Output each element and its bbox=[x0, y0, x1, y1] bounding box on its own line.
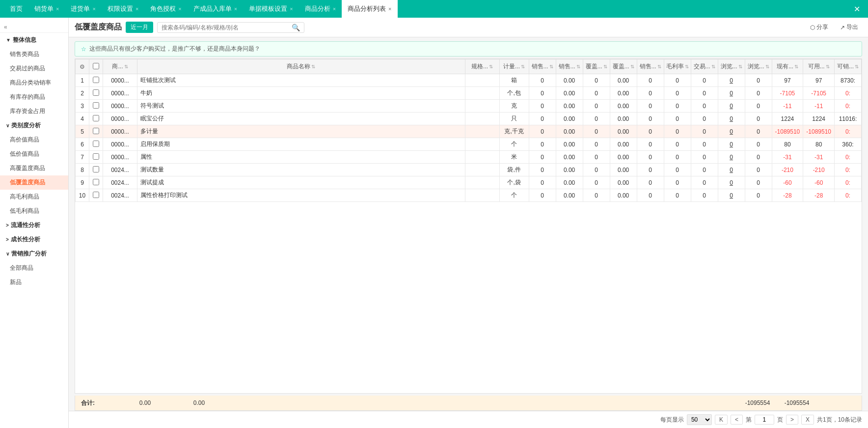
search-input[interactable] bbox=[162, 24, 292, 31]
row-checkbox[interactable] bbox=[93, 166, 99, 172]
cell-check[interactable] bbox=[89, 164, 103, 176]
cell-b1[interactable]: 0 bbox=[718, 138, 745, 151]
nav-permission-close[interactable]: × bbox=[136, 6, 138, 12]
sidebar-item-high-margin[interactable]: 高毛利商品 bbox=[0, 190, 68, 204]
row-checkbox[interactable] bbox=[93, 102, 99, 109]
row-checkbox[interactable] bbox=[93, 153, 99, 160]
row-checkbox[interactable] bbox=[93, 77, 99, 83]
cell-c2: 0.00 bbox=[610, 113, 637, 125]
cell-check[interactable] bbox=[89, 100, 103, 113]
cell-b1[interactable]: 0 bbox=[718, 100, 745, 113]
cell-unit: 个,包 bbox=[499, 87, 529, 100]
sidebar-item-category-rate[interactable]: 商品分类动销率 bbox=[0, 76, 68, 90]
prev-page-button[interactable]: < bbox=[731, 415, 743, 425]
sidebar-item-new-goods[interactable]: 新品 bbox=[0, 275, 68, 289]
select-all-checkbox[interactable] bbox=[93, 63, 99, 69]
cell-b1[interactable]: 0 bbox=[718, 164, 745, 176]
cell-check[interactable] bbox=[89, 151, 103, 164]
nav-analysis[interactable]: 商品分析 × bbox=[299, 0, 342, 18]
cell-check[interactable] bbox=[89, 125, 103, 138]
nav-analysis-list-close[interactable]: × bbox=[388, 6, 391, 12]
sidebar-group-circulation[interactable]: > 流通性分析 bbox=[0, 218, 68, 232]
cell-s3: 0 bbox=[637, 74, 664, 87]
sidebar-item-all-goods[interactable]: 全部商品 bbox=[0, 261, 68, 275]
sidebar-group-growth[interactable]: > 成长性分析 bbox=[0, 232, 68, 247]
cell-b1[interactable]: 0 bbox=[718, 151, 745, 164]
nav-template[interactable]: 单据模板设置 × bbox=[243, 0, 298, 18]
sidebar-item-sales-goods[interactable]: 销售类商品 bbox=[0, 47, 68, 61]
cell-check[interactable] bbox=[89, 87, 103, 100]
cell-s1: 0 bbox=[529, 164, 556, 176]
nav-product-in-close[interactable]: × bbox=[234, 6, 237, 12]
window-close-button[interactable]: ✕ bbox=[850, 4, 864, 14]
first-page-button[interactable]: K bbox=[715, 415, 728, 425]
search-icon[interactable]: 🔍 bbox=[292, 24, 300, 31]
row-checkbox[interactable] bbox=[93, 89, 99, 96]
cell-check[interactable] bbox=[89, 138, 103, 151]
nav-home[interactable]: 首页 bbox=[4, 0, 28, 18]
nav-template-close[interactable]: × bbox=[290, 6, 293, 12]
nav-product-in[interactable]: 产成品入库单 × bbox=[188, 0, 243, 18]
cell-b1[interactable]: 0 bbox=[718, 176, 745, 189]
cell-trade: 0 bbox=[691, 176, 718, 189]
share-button[interactable]: ⬡ 分享 bbox=[806, 22, 832, 33]
nav-analysis-close[interactable]: × bbox=[333, 6, 336, 12]
cell-check[interactable] bbox=[89, 74, 103, 87]
cell-trade: 0 bbox=[691, 189, 718, 202]
cell-trade: 0 bbox=[691, 125, 718, 138]
cell-b1[interactable]: 0 bbox=[718, 125, 745, 138]
cell-check[interactable] bbox=[89, 189, 103, 202]
page-number-input[interactable] bbox=[755, 415, 774, 425]
nav-analysis-list[interactable]: 商品分析列表 × bbox=[342, 0, 397, 18]
sidebar-item-high-value[interactable]: 高价值商品 bbox=[0, 133, 68, 147]
nav-purchase-close[interactable]: × bbox=[92, 6, 95, 12]
cell-gross: 0 bbox=[664, 125, 691, 138]
row-checkbox[interactable] bbox=[93, 115, 99, 121]
cell-sellable: 0: bbox=[835, 151, 862, 164]
row-checkbox[interactable] bbox=[93, 192, 99, 198]
settings-icon[interactable]: ⚙ bbox=[80, 63, 85, 70]
sidebar-item-stock-capital[interactable]: 库存资金占用 bbox=[0, 104, 68, 118]
nav-permission[interactable]: 权限设置 × bbox=[102, 0, 144, 18]
cell-no: 2 bbox=[76, 87, 89, 100]
cell-code: 0024... bbox=[103, 189, 137, 202]
sidebar-item-low-coverage[interactable]: 低覆盖度商品 bbox=[0, 175, 68, 190]
sidebar-collapse-icon[interactable]: « bbox=[4, 24, 7, 30]
sidebar-group-category[interactable]: ∨ 类别度分析 bbox=[0, 118, 68, 133]
nav-role[interactable]: 角色授权 × bbox=[144, 0, 187, 18]
nav-purchase[interactable]: 进货单 × bbox=[65, 0, 101, 18]
sidebar-item-low-value[interactable]: 低价值商品 bbox=[0, 147, 68, 161]
sidebar-group-marketing[interactable]: ∨ 营销推广分析 bbox=[0, 247, 68, 261]
row-checkbox[interactable] bbox=[93, 141, 99, 147]
cell-b2: 0 bbox=[745, 100, 772, 113]
cell-no: 4 bbox=[76, 113, 89, 125]
last-page-button[interactable]: X bbox=[801, 415, 814, 425]
period-button[interactable]: 近一月 bbox=[126, 22, 153, 33]
sidebar-item-traded[interactable]: 交易过的商品 bbox=[0, 61, 68, 76]
cell-b1[interactable]: 0 bbox=[718, 113, 745, 125]
cell-b1[interactable]: 0 bbox=[718, 87, 745, 100]
sidebar-item-high-coverage[interactable]: 高覆盖度商品 bbox=[0, 161, 68, 175]
cell-sellable: 0: bbox=[835, 87, 862, 100]
next-page-button[interactable]: > bbox=[786, 415, 798, 425]
sidebar-group-overall[interactable]: ▼ 整体信息 bbox=[0, 33, 68, 47]
export-button[interactable]: ↗ 导出 bbox=[836, 22, 862, 33]
row-checkbox[interactable] bbox=[93, 179, 99, 185]
row-checkbox[interactable] bbox=[93, 128, 99, 134]
sidebar-item-low-margin[interactable]: 低毛利商品 bbox=[0, 204, 68, 218]
cell-check[interactable] bbox=[89, 113, 103, 125]
table-row: 1 0000... 旺铺批次测试 箱 0 0.00 0 0.00 0 0 0 0… bbox=[76, 74, 862, 87]
nav-sales-close[interactable]: × bbox=[56, 6, 59, 12]
th-gear[interactable]: ⚙ bbox=[76, 59, 89, 74]
cell-trade: 0 bbox=[691, 113, 718, 125]
sort-icon-13: ⇅ bbox=[765, 64, 769, 69]
footer-s2: 0.00 bbox=[132, 399, 159, 407]
table-wrapper[interactable]: ⚙ 商...⇅ 商品名称⇅ 规格...⇅ 计量...⇅ 销售...⇅ 销售...… bbox=[75, 58, 862, 394]
cell-check[interactable] bbox=[89, 176, 103, 189]
page-size-select[interactable]: 50 100 200 bbox=[687, 414, 712, 425]
nav-role-close[interactable]: × bbox=[178, 6, 181, 12]
cell-b1[interactable]: 0 bbox=[718, 74, 745, 87]
nav-sales[interactable]: 销货单 × bbox=[28, 0, 65, 18]
cell-b1[interactable]: 0 bbox=[718, 189, 745, 202]
sidebar-item-with-stock[interactable]: 有库存的商品 bbox=[0, 90, 68, 104]
